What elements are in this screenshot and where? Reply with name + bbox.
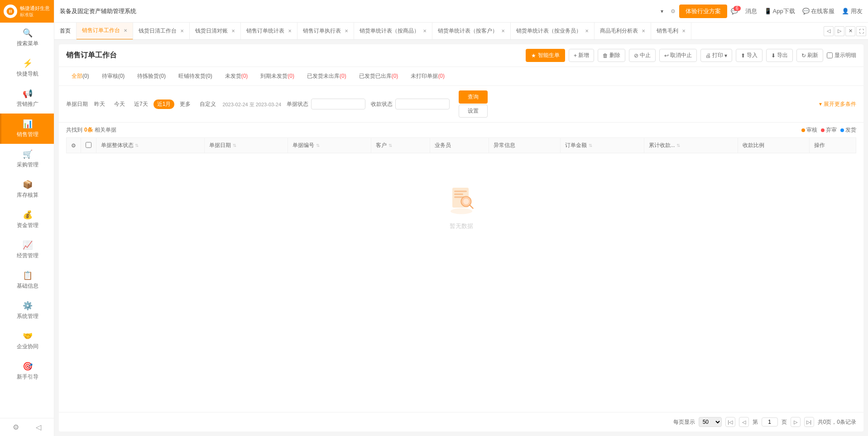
sidebar-item-新手引导[interactable]: 🎯 新手引导 xyxy=(0,356,54,386)
smart-btn[interactable]: ★ 智能生单 xyxy=(526,49,565,62)
tab-4[interactable]: 销售订单统计表✕ xyxy=(241,23,297,40)
date-badge-昨天[interactable]: 昨天 xyxy=(91,100,109,109)
first-page-btn[interactable]: |◁ xyxy=(725,417,735,427)
filter-tab-4[interactable]: 未发货(0) xyxy=(220,71,254,82)
th-operation[interactable]: 操作 xyxy=(809,138,856,153)
tab-7[interactable]: 销货单统计表（按客户）✕ xyxy=(432,23,511,40)
tab-2[interactable]: 钱货日清工作台✕ xyxy=(133,23,190,40)
show-detail-checkbox[interactable]: 显示明细 xyxy=(827,52,856,59)
prev-page-btn[interactable]: ◁ xyxy=(739,417,749,427)
sidebar-item-资金管理[interactable]: 💰 资金管理 xyxy=(0,204,54,235)
date-badge-近7天[interactable]: 近7天 xyxy=(130,100,152,109)
system-dropdown[interactable]: ▾ xyxy=(661,8,663,14)
tab-1[interactable]: 销售订单工作台✕ xyxy=(77,23,133,40)
sidebar-item-快捷导航[interactable]: ⚡ 快捷导航 xyxy=(0,53,54,83)
th-date[interactable]: 单据日期 ⇅ xyxy=(205,138,288,153)
tab-close-icon[interactable]: ✕ xyxy=(345,28,348,33)
filter-tab-5[interactable]: 到期未发货(0) xyxy=(255,71,300,82)
filter-tab-0[interactable]: 全部(0) xyxy=(66,71,95,82)
th-cumulative[interactable]: 累计收款... ⇅ xyxy=(644,138,738,153)
user-avatar[interactable]: 👤 用友 xyxy=(842,7,863,15)
expand-filter-btn[interactable]: ▾ 展开更多条件 xyxy=(819,100,856,108)
filter-tab-1[interactable]: 待审核(0) xyxy=(96,71,130,82)
sidebar-item-营销推广[interactable]: 📢 营销推广 xyxy=(0,83,54,114)
collapse-icon[interactable]: ◁ xyxy=(36,423,41,431)
online-service[interactable]: 💬 在线客服 xyxy=(802,7,835,15)
app-download[interactable]: 📱 App下载 xyxy=(764,7,795,15)
th-salesman[interactable]: 业务员 xyxy=(430,138,489,153)
th-ratio[interactable]: 收款比例 xyxy=(738,138,809,153)
delete-btn[interactable]: 🗑 删除 xyxy=(598,49,625,62)
filter-tab-2[interactable]: 待拣验货(0) xyxy=(132,71,171,82)
tab-close-icon[interactable]: ✕ xyxy=(288,28,292,33)
status-select[interactable] xyxy=(311,99,365,109)
abandon-audit-btn[interactable]: 弃审 xyxy=(821,126,837,134)
th-checkbox[interactable] xyxy=(81,138,96,153)
add-btn[interactable]: + 新增 xyxy=(569,49,594,62)
sidebar-item-搜索菜单[interactable]: 🔍 搜索菜单 xyxy=(0,23,54,53)
tab-3[interactable]: 钱货日清对账✕ xyxy=(190,23,241,40)
tab-close-icon[interactable]: ✕ xyxy=(180,28,184,33)
sidebar-item-库存核算[interactable]: 📦 库存核算 xyxy=(0,174,54,204)
th-exception[interactable]: 异常信息 xyxy=(489,138,561,153)
sidebar-item-销售管理[interactable]: 📊 销售管理 xyxy=(0,114,54,144)
query-btn[interactable]: 查询 xyxy=(459,90,488,104)
print-btn[interactable]: 🖨 打印 ▾ xyxy=(700,49,732,62)
set-btn[interactable]: 设置 xyxy=(459,104,488,118)
last-page-btn[interactable]: ▷| xyxy=(804,417,814,427)
th-amount[interactable]: 订单金额 ⇅ xyxy=(561,138,644,153)
tab-5[interactable]: 销售订单执行表✕ xyxy=(297,23,354,40)
sidebar-item-企业协同[interactable]: 🤝 企业协同 xyxy=(0,326,54,356)
date-badge-近1月[interactable]: 近1月 xyxy=(153,100,175,109)
filter-tab-3[interactable]: 旺铺待发货(0) xyxy=(173,71,218,82)
th-status[interactable]: 单据整体状态 ⇅ xyxy=(96,138,205,153)
tab-10[interactable]: 销售毛利✕ xyxy=(651,23,691,40)
page-input[interactable] xyxy=(762,417,778,427)
tab-6[interactable]: 销货单统计表（按商品）✕ xyxy=(354,23,432,40)
date-badge-更多[interactable]: 更多 xyxy=(176,100,194,109)
tab-close-icon[interactable]: ✕ xyxy=(501,28,505,33)
tab-next-btn[interactable]: ▷ xyxy=(834,26,844,36)
tab-close-all-btn[interactable]: ✕ xyxy=(845,26,855,36)
industry-btn[interactable]: 体验行业方案 xyxy=(679,5,727,18)
th-settings[interactable]: ⚙ xyxy=(67,138,81,153)
message-badge[interactable]: 💬 6 xyxy=(731,8,738,14)
payment-select[interactable] xyxy=(395,99,450,109)
settings-icon[interactable]: ⚙ xyxy=(13,423,19,431)
sidebar-item-系统管理[interactable]: ⚙️ 系统管理 xyxy=(0,295,54,326)
filter-tab-8[interactable]: 未打印单据(0) xyxy=(405,71,450,82)
tab-fullscreen-btn[interactable]: ⛶ xyxy=(856,26,866,36)
audit-btn[interactable]: 审核 xyxy=(801,126,817,134)
tab-close-icon[interactable]: ✕ xyxy=(585,28,589,33)
export-btn[interactable]: ⬇ 导出 xyxy=(766,49,793,62)
nav-label: 销售管理 xyxy=(17,131,38,138)
ship-btn[interactable]: 发货 xyxy=(840,126,856,134)
sidebar-item-基础信息[interactable]: 📋 基础信息 xyxy=(0,265,54,295)
next-page-btn[interactable]: ▷ xyxy=(791,417,801,427)
sidebar-item-经营管理[interactable]: 📈 经营管理 xyxy=(0,235,54,265)
settings-icon-topbar[interactable]: ⚙ xyxy=(671,8,676,14)
tab-9[interactable]: 商品毛利分析表✕ xyxy=(595,23,651,40)
tab-0[interactable]: 首页 xyxy=(54,23,77,40)
suspend-btn[interactable]: ⊘ 中止 xyxy=(629,49,656,62)
date-badge-今天[interactable]: 今天 xyxy=(110,100,129,109)
tab-close-icon[interactable]: ✕ xyxy=(642,28,645,33)
tab-close-icon[interactable]: ✕ xyxy=(423,28,427,33)
detail-checkbox-input[interactable] xyxy=(827,52,833,58)
page-size-select[interactable]: 50 100 200 xyxy=(699,417,722,427)
date-badge-自定义[interactable]: 自定义 xyxy=(196,100,220,109)
tab-8[interactable]: 销货单统计表（按业务员）✕ xyxy=(511,23,595,40)
filter-tab-7[interactable]: 已发货已出库(0) xyxy=(354,71,404,82)
filter-tab-6[interactable]: 已发货未出库(0) xyxy=(302,71,352,82)
select-all-checkbox[interactable] xyxy=(86,142,91,148)
cancel-suspend-btn[interactable]: ↩ 取消中止 xyxy=(659,49,697,62)
tab-prev-btn[interactable]: ◁ xyxy=(824,26,834,36)
tab-close-icon[interactable]: ✕ xyxy=(124,28,127,33)
tab-close-icon[interactable]: ✕ xyxy=(682,28,686,33)
tab-close-icon[interactable]: ✕ xyxy=(231,28,235,33)
sidebar-item-采购管理[interactable]: 🛒 采购管理 xyxy=(0,144,54,174)
th-number[interactable]: 单据编号 ⇅ xyxy=(288,138,371,153)
th-customer[interactable]: 客户 ⇅ xyxy=(371,138,430,153)
refresh-btn[interactable]: ↻ 刷新 xyxy=(796,49,823,62)
import-btn[interactable]: ⬆ 导入 xyxy=(736,49,762,62)
